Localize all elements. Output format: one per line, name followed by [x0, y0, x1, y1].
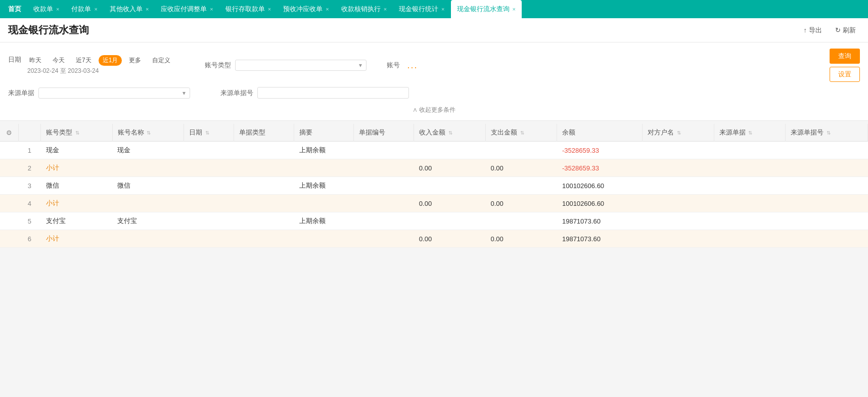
filter-row-1: 日期 昨天 今天 近7天 近1月 更多 自定义 2023-02-24 至 202… — [8, 49, 860, 82]
table-cell — [714, 212, 786, 230]
col-source-doc[interactable]: 来源单据 ⇅ — [714, 124, 786, 142]
table-cell — [294, 195, 354, 212]
nav-tab-verify[interactable]: 收款核销执行 × — [335, 0, 393, 18]
settings-button[interactable]: 设置 — [830, 67, 860, 82]
close-icon[interactable]: × — [326, 6, 329, 12]
col-date[interactable]: 日期 ⇅ — [184, 124, 234, 142]
nav-tab-flow[interactable]: 现金银行流水查询 × — [451, 0, 522, 18]
account-type-select[interactable]: ▾ — [235, 60, 367, 71]
source-doc-no-input[interactable] — [257, 87, 409, 99]
close-icon[interactable]: × — [146, 6, 149, 12]
chevron-down-icon: ▾ — [359, 62, 362, 69]
source-doc-select[interactable]: ▾ — [38, 87, 190, 99]
nav-tab-home[interactable]: 首页 — [2, 0, 27, 18]
table-cell: 微信 — [41, 177, 113, 195]
date-btn-more[interactable]: 更多 — [125, 55, 145, 66]
table-cell: 2 — [18, 159, 41, 177]
close-icon[interactable]: × — [210, 6, 213, 12]
table-cell: 现金 — [112, 142, 184, 159]
table-cell — [354, 230, 414, 248]
table-row: 6小计0.000.0019871073.60 — [0, 230, 868, 248]
nav-tab-stats[interactable]: 现金银行统计 × — [393, 0, 450, 18]
col-income[interactable]: 收入金额 ⇅ — [414, 124, 486, 142]
table-cell — [354, 142, 414, 159]
table-cell — [714, 230, 786, 248]
col-summary: 摘要 — [294, 124, 354, 142]
table-cell — [294, 159, 354, 177]
page-header: 现金银行流水查询 ↑ 导出 ↻ 刷新 — [0, 18, 868, 42]
nav-tab-other-income[interactable]: 其他收入单 × — [104, 0, 155, 18]
table-cell — [786, 159, 868, 177]
table-cell: 上期余额 — [294, 177, 354, 195]
table-cell: 6 — [18, 230, 41, 248]
sort-icon: ⇅ — [748, 130, 752, 136]
close-icon[interactable]: × — [384, 6, 387, 12]
nav-tab-adjustment[interactable]: 应收应付调整单 × — [155, 0, 219, 18]
collapse-bar[interactable]: ∧ 收起更多条件 — [8, 104, 860, 116]
table-cell — [714, 142, 786, 159]
refresh-icon: ↻ — [835, 26, 841, 34]
nav-tab-receipt[interactable]: 收款单 × — [27, 0, 65, 18]
table-cell: 0.00 — [485, 195, 557, 212]
sort-icon: ⇅ — [75, 130, 79, 136]
export-button[interactable]: ↑ 导出 — [800, 24, 827, 37]
query-button[interactable]: 查询 — [830, 49, 860, 64]
date-btn-custom[interactable]: 自定义 — [148, 55, 174, 66]
col-source-doc-no[interactable]: 来源单据号 ⇅ — [786, 124, 868, 142]
table-cell — [0, 230, 18, 248]
table-cell: 微信 — [112, 177, 184, 195]
close-icon[interactable]: × — [513, 6, 516, 12]
table-cell — [786, 230, 868, 248]
table-cell — [786, 177, 868, 195]
col-expense[interactable]: 支出金额 ⇅ — [485, 124, 557, 142]
col-gear[interactable]: ⚙ — [0, 124, 18, 142]
col-counterpart[interactable]: 对方户名 ⇅ — [643, 124, 714, 142]
date-btn-today[interactable]: 今天 — [49, 55, 69, 66]
table-cell — [643, 159, 714, 177]
close-icon[interactable]: × — [441, 6, 444, 12]
top-nav: 首页 收款单 × 付款单 × 其他收入单 × 应收应付调整单 × 银行存取款单 … — [0, 0, 868, 18]
table-cell: 支付宝 — [112, 212, 184, 230]
date-btn-yesterday[interactable]: 昨天 — [25, 55, 45, 66]
table-container: ⚙ 账号类型 ⇅ 账号名称 ⇅ 日期 ⇅ 单据类型 摘要 单据编号 收入金额 ⇅… — [0, 124, 868, 248]
table-cell — [234, 177, 294, 195]
refresh-button[interactable]: ↻ 刷新 — [831, 24, 860, 37]
col-balance: 余额 — [557, 124, 643, 142]
table-row: 2小计0.000.00-3528659.33 — [0, 159, 868, 177]
nav-tab-bank-deposit[interactable]: 银行存取款单 × — [219, 0, 277, 18]
table-cell — [234, 159, 294, 177]
table-cell: 0.00 — [414, 159, 486, 177]
export-icon: ↑ — [804, 26, 807, 34]
table-cell — [414, 212, 486, 230]
table-cell — [786, 142, 868, 159]
table-cell — [294, 230, 354, 248]
table-cell: 19871073.60 — [557, 230, 643, 248]
table-cell: 支付宝 — [41, 212, 113, 230]
table-cell — [414, 142, 486, 159]
source-doc-no-label: 来源单据号 — [220, 89, 253, 98]
nav-tab-payment[interactable]: 付款单 × — [65, 0, 103, 18]
date-btn-7days[interactable]: 近7天 — [72, 55, 96, 66]
table-cell — [184, 159, 234, 177]
nav-tab-advance[interactable]: 预收冲应收单 × — [277, 0, 335, 18]
table-cell — [234, 142, 294, 159]
table-cell: 1 — [18, 142, 41, 159]
close-icon[interactable]: × — [94, 6, 97, 12]
table-cell — [643, 177, 714, 195]
table-cell: -3528659.33 — [557, 142, 643, 159]
col-account-type[interactable]: 账号类型 ⇅ — [41, 124, 113, 142]
close-icon[interactable]: × — [268, 6, 271, 12]
table-cell — [0, 142, 18, 159]
gear-icon[interactable]: ⚙ — [6, 129, 12, 137]
table-cell — [184, 195, 234, 212]
col-account-name[interactable]: 账号名称 ⇅ — [112, 124, 184, 142]
table-cell — [485, 212, 557, 230]
table-cell — [786, 195, 868, 212]
table-cell — [786, 212, 868, 230]
date-btn-1month[interactable]: 近1月 — [99, 55, 122, 66]
close-icon[interactable]: × — [56, 6, 59, 12]
table-cell — [234, 212, 294, 230]
dots-button[interactable]: ... — [404, 59, 421, 72]
table-cell — [714, 159, 786, 177]
table-cell — [643, 212, 714, 230]
